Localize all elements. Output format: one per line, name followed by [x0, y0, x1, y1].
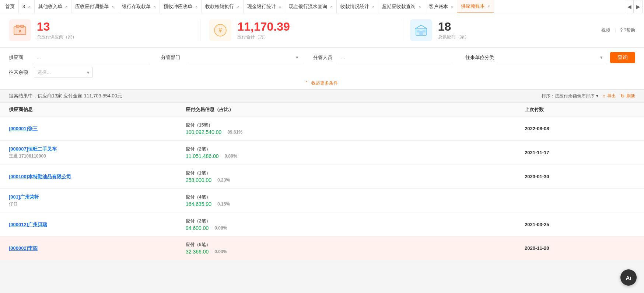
- summary-info-total-suppliers: 18 总供应商（家）: [438, 20, 469, 40]
- video-link[interactable]: 视频: [601, 27, 610, 34]
- supplier-info-000100: [000100]本特勤油品有限公司: [9, 173, 186, 180]
- supplier-info-000001: [000001]张三: [9, 125, 186, 132]
- table-header: 供应商信息 应付交易信息（占比） 上次付数: [0, 103, 644, 117]
- payable-amount-000007: 11,051,486.00: [186, 153, 219, 159]
- nav-tab-advance-collect-close[interactable]: ×: [195, 4, 197, 9]
- supplier-link-000001[interactable]: [000001]张三: [9, 125, 186, 132]
- nav-tab-cash-bank-stat-close[interactable]: ×: [279, 4, 281, 9]
- nav-tab-t3[interactable]: 3 ×: [19, 0, 35, 13]
- summary-card-payable-suppliers: ¥ 13 总应付供应商（家）: [9, 19, 200, 41]
- payable-row-000012: 94,600.00 0.08%: [186, 225, 525, 231]
- person-filter-input[interactable]: [338, 52, 454, 63]
- collapse-bar[interactable]: ⌃ 收起更多条件: [9, 78, 635, 89]
- payable-info-000012: 应付（2笔） 94,600.00 0.08%: [186, 218, 525, 231]
- supplier-info-000002: [000002]李四: [9, 245, 186, 252]
- nav-tab-collect-stat-close[interactable]: ×: [372, 4, 374, 9]
- payable-pct-000012: 0.08%: [214, 225, 227, 231]
- nav-arrow-left[interactable]: ◀: [625, 0, 634, 13]
- sort-icon: ▾: [596, 93, 598, 99]
- svg-rect-2: [21, 25, 24, 27]
- filter-supplier: 供应商: [9, 52, 149, 63]
- person-filter-label: 分管人员: [313, 54, 335, 61]
- help-link[interactable]: ? ?帮助: [620, 27, 635, 34]
- nav-arrow-right[interactable]: ▶: [634, 0, 643, 13]
- nav-tab-other-income-label: 其他收入单: [38, 3, 62, 10]
- nav-tab-cash-bank-flow[interactable]: 现金银行流水查询 ×: [285, 0, 336, 13]
- nav-tab-payable-adjust-close[interactable]: ×: [112, 4, 114, 9]
- svg-rect-9: [423, 30, 426, 32]
- filter-dept: 分管部门 ▾: [161, 52, 301, 63]
- result-actions: 排序：按应付余额倒序排序 ▾ ○ 导出 ↻ 刷新: [542, 93, 635, 99]
- refresh-icon: ↻: [620, 93, 625, 99]
- last-pay-date-000007: 2021-11-17: [525, 150, 549, 155]
- nav-tab-overdue-collect[interactable]: 超期应收款查询 ×: [378, 0, 425, 13]
- balance-filter-select[interactable]: 选择... ▾: [34, 67, 93, 78]
- filter-person: 分管人员: [313, 52, 454, 63]
- export-button[interactable]: ○ 导出: [603, 93, 616, 99]
- nav-tab-t3-label: 3: [22, 4, 25, 9]
- nav-tab-supplier-account[interactable]: 供应商账本 ×: [457, 0, 494, 13]
- nav-tab-advance-collect-label: 预收冲应收单: [164, 3, 192, 10]
- svg-rect-7: [419, 31, 423, 35]
- nav-tab-cash-bank-stat[interactable]: 现金银行统计 ×: [244, 0, 285, 13]
- nav-tab-collect-stat[interactable]: 收款情况统计 ×: [337, 0, 378, 13]
- nav-tab-overdue-collect-label: 超期应收款查询: [382, 3, 416, 10]
- nav-tab-t3-close[interactable]: ×: [28, 4, 30, 9]
- nav-tab-bank-deposit[interactable]: 银行存取款单 ×: [118, 0, 160, 13]
- nav-tab-collect-verify-close[interactable]: ×: [237, 4, 239, 9]
- refresh-button[interactable]: ↻ 刷新: [620, 93, 635, 99]
- table-row: [000100]本特勤油品有限公司 应付（1笔） 258,000.00 0.23…: [0, 165, 644, 189]
- total-suppliers-label: 总供应商（家）: [438, 34, 469, 40]
- total-suppliers-number: 18: [438, 20, 469, 33]
- payable-total-number: 11,170.39: [237, 20, 290, 33]
- supplier-link-000100[interactable]: [000100]本特勤油品有限公司: [9, 173, 186, 180]
- svg-rect-8: [417, 30, 420, 32]
- supplier-icon: ¥: [9, 19, 31, 41]
- sort-label: 排序：按应付余额倒序排序: [542, 93, 595, 99]
- nav-tab-bank-deposit-close[interactable]: ×: [154, 4, 156, 9]
- nav-tab-customer-account[interactable]: 客户账本 ×: [425, 0, 457, 13]
- supplier-info-001: [001]广州荣轩 仔仔: [9, 194, 186, 207]
- nav-tab-advance-collect[interactable]: 预收冲应收单 ×: [160, 0, 202, 13]
- nav-tab-customer-account-label: 客户账本: [429, 3, 448, 10]
- table-row: [000001]张三 应付（15笔） 100,092,540.00 89.61%…: [0, 117, 644, 141]
- supplier-filter-input[interactable]: [34, 52, 149, 63]
- export-icon: ○: [603, 93, 606, 99]
- nav-tab-payable-adjust[interactable]: 应收应付调整单 ×: [71, 0, 118, 13]
- payable-amount-000012: 94,600.00: [186, 225, 209, 231]
- supplier-link-000002[interactable]: [000002]李四: [9, 245, 186, 252]
- supplier-filter-label: 供应商: [9, 54, 31, 61]
- sort-button[interactable]: 排序：按应付余额倒序排序 ▾: [542, 93, 598, 99]
- nav-tab-collect-verify-label: 收款核销执行: [205, 3, 234, 10]
- last-pay-000007: 2021-11-17: [525, 150, 635, 155]
- last-pay-000002: 2020-11-20: [525, 245, 635, 251]
- payable-row-001: 164,635.90 0.15%: [186, 201, 525, 207]
- supplier-link-000007[interactable]: [000007]恒旺二手叉车: [9, 146, 186, 152]
- nav-tab-other-income[interactable]: 其他收入单 ×: [35, 0, 71, 13]
- summary-card-payable-total: ¥ 11,170.39 应付合计（万）: [209, 19, 401, 41]
- query-button[interactable]: 查询: [610, 52, 635, 63]
- nav-tab-other-income-close[interactable]: ×: [65, 4, 67, 9]
- supplier-link-001[interactable]: [001]广州荣轩: [9, 194, 186, 200]
- payable-label-000002: 应付（5笔）: [186, 242, 525, 248]
- supplier-contact-001: 仔仔: [9, 201, 186, 207]
- payable-label-000007: 应付（2笔）: [186, 146, 525, 152]
- col-header-supplier: 供应商信息: [9, 106, 186, 113]
- payable-row-000007: 11,051,486.00 9.89%: [186, 153, 525, 159]
- nav-tab-collect-verify[interactable]: 收款核销执行 ×: [202, 0, 243, 13]
- filter-bar: 供应商 分管部门 ▾ 分管人员 往来单位分类 ▾ 查询 往来余额: [0, 48, 644, 90]
- payable-label-000012: 应付（2笔）: [186, 218, 525, 224]
- category-filter-select[interactable]: ▾: [498, 52, 606, 63]
- last-pay-000100: 2023-01-30: [525, 174, 635, 179]
- nav-tab-overdue-collect-close[interactable]: ×: [419, 4, 421, 9]
- payable-label-001: 应付（4笔）: [186, 194, 525, 200]
- supplier-link-000012[interactable]: [000012]广州贝瑞: [9, 221, 186, 228]
- supplier-contact-000007: 王通 17106110000: [9, 153, 186, 159]
- nav-tab-customer-account-close[interactable]: ×: [451, 4, 453, 9]
- dept-filter-select[interactable]: ▾: [186, 52, 301, 63]
- nav-tab-home[interactable]: 首页: [1, 0, 19, 13]
- nav-tab-supplier-account-close[interactable]: ×: [488, 4, 490, 8]
- nav-tab-cash-bank-flow-close[interactable]: ×: [330, 4, 332, 9]
- nav-tab-payable-adjust-label: 应收应付调整单: [75, 3, 109, 10]
- result-bar: 搜索结果中，供应商13家 应付金额 111,703,854.00元 排序：按应付…: [0, 90, 644, 103]
